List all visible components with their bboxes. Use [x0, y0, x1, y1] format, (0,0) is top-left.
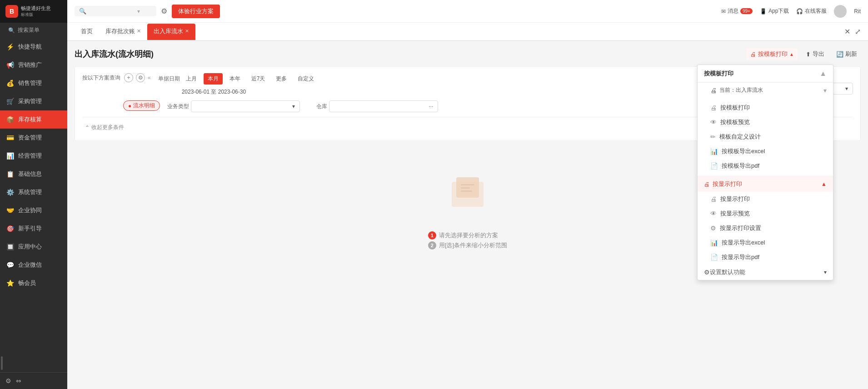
date-btn-last-month[interactable]: 上月 [182, 73, 201, 85]
sidebar-item-member[interactable]: ⭐ 畅会员 [0, 274, 67, 292]
sidebar-bottom: ⚙ ⇔ [0, 372, 67, 389]
date-btn-this-month[interactable]: 本月 [204, 73, 223, 85]
display-section-chevron[interactable]: ▲ [821, 181, 827, 187]
date-filter: 上月 本月 本年 近7天 更多 自定义 [182, 73, 319, 85]
tab-home[interactable]: 首页 [75, 24, 99, 40]
filter-section-label: 按以下方案查询 [82, 74, 120, 82]
operation-icon: 📊 [5, 151, 15, 160]
collapse-up-icon: ⌃ [85, 125, 90, 131]
tab-flow-close-icon[interactable]: ✕ [185, 28, 189, 34]
date-btn-more[interactable]: 更多 [272, 73, 291, 85]
sidebar-item-operation[interactable]: 📊 经营管理 [0, 147, 67, 165]
date-btn-custom[interactable]: 自定义 [294, 73, 318, 85]
sidebar-item-label: 企业协同 [18, 206, 42, 214]
message-icon: ✉ [721, 8, 726, 15]
display-preview-icon: 👁 [710, 210, 717, 217]
close-all-icon[interactable]: ✕ [844, 27, 850, 36]
app-download-button[interactable]: 📱 App下载 [760, 7, 789, 15]
template-excel-label: 按模板导出excel [722, 147, 765, 155]
sidebar-item-inventory[interactable]: 📦 库存核算 [0, 110, 67, 129]
template-pdf-icon: 📄 [710, 162, 718, 170]
date-btn-this-year[interactable]: 本年 [225, 73, 244, 85]
topbar-gear-icon[interactable]: ⚙ [161, 7, 167, 15]
dropdown-footer[interactable]: ⚙ 设置默认功能 ▾ [698, 264, 833, 280]
sidebar-item-enterprise[interactable]: 🤝 企业协同 [0, 201, 67, 219]
dropdown-item-display-print[interactable]: 🖨 按显示打印 [698, 192, 833, 206]
refresh-button[interactable]: 🔄 刷新 [833, 48, 861, 60]
topbar-search-input[interactable] [89, 8, 135, 15]
display-section-header[interactable]: 🖨 按显示打印 ▲ [698, 176, 833, 192]
sidebar-item-marketing[interactable]: 📢 营销推广 [0, 56, 67, 74]
current-chevron[interactable]: ▾ [823, 87, 827, 94]
dropdown-item-display-excel[interactable]: 📊 按显示导出excel [698, 235, 833, 250]
template-preview-icon: 👁 [710, 119, 717, 126]
sidebar-item-label: 快捷导航 [18, 43, 42, 51]
print-template-button[interactable]: 🖨 按模板打印 ▲ [747, 48, 798, 60]
dropdown-collapse-icon[interactable]: ▲ [819, 70, 827, 78]
business-type-select[interactable]: ▾ [191, 100, 300, 112]
tab-batch-close-icon[interactable]: ✕ [137, 28, 141, 34]
filter-tag-detail[interactable]: ● 流水明细 [123, 100, 160, 111]
tip-item-2: 2 用[选]条件来缩小分析范围 [428, 241, 507, 249]
add-filter-icon[interactable]: + [124, 73, 133, 82]
warehouse-more-icon: ··· [429, 103, 433, 110]
dropdown-item-display-settings[interactable]: ⚙ 按显示打印设置 [698, 221, 833, 235]
expand-icon[interactable]: ⤢ [855, 27, 861, 36]
filter-tags-container: ● 流水明细 [123, 100, 160, 111]
dropdown-item-display-pdf[interactable]: 📄 按显示导出pdf [698, 250, 833, 264]
sidebar-item-wechat[interactable]: 💬 企业微信 [0, 256, 67, 274]
message-button[interactable]: ✉ 消息 99+ [721, 7, 753, 15]
refresh-icon: 🔄 [836, 51, 843, 58]
settings-icon[interactable]: ⚙ [5, 377, 11, 384]
online-service-button[interactable]: 🎧 在线客服 [796, 7, 827, 15]
sidebar-item-label: 企业微信 [18, 261, 42, 269]
sidebar-item-system[interactable]: ⚙️ 系统管理 [0, 183, 67, 201]
settings-filter-icon[interactable]: ⚙ [136, 73, 145, 82]
date-btn-7days[interactable]: 近7天 [247, 73, 269, 85]
dropdown-item-template-custom[interactable]: ✏ 模板自定义设计 [698, 130, 833, 144]
warehouse-select[interactable]: ··· [329, 100, 438, 112]
set-default-label: 设置默认功能 [710, 268, 745, 276]
export-button[interactable]: ⬆ 导出 [802, 48, 828, 60]
sidebar-item-quick-nav[interactable]: ⚡ 快捷导航 [0, 38, 67, 56]
display-excel-label: 按显示导出excel [722, 239, 765, 247]
display-settings-icon: ⚙ [710, 224, 716, 232]
sidebar-item-purchase[interactable]: 🛒 采购管理 [0, 92, 67, 110]
sidebar-item-label: 畅会员 [18, 279, 36, 287]
sidebar-item-sales[interactable]: 💰 销售管理 [0, 74, 67, 92]
sidebar-item-basic[interactable]: 📋 基础信息 [0, 165, 67, 183]
template-custom-icon: ✏ [710, 133, 716, 140]
dropdown-item-template-preview[interactable]: 👁 按模板预览 [698, 115, 833, 130]
dropdown-header: 按模板打印 ▲ [698, 65, 833, 83]
print-template-label: 按模板打印 [758, 50, 788, 58]
print-dropdown-chevron[interactable]: ▲ [789, 52, 794, 57]
sidebar-item-guide[interactable]: 🎯 新手引导 [0, 219, 67, 238]
tab-flow[interactable]: 出入库流水 ✕ [147, 24, 195, 40]
sidebar-item-app-center[interactable]: 🔲 应用中心 [0, 238, 67, 256]
user-avatar[interactable] [834, 5, 847, 18]
dropdown-item-display-preview[interactable]: 👁 按显示预览 [698, 206, 833, 221]
topbar-search-box[interactable]: 🔍 ▾ [75, 6, 156, 16]
collapse-icon[interactable]: ⇔ [16, 377, 21, 384]
topbar-search-dropdown-icon[interactable]: ▾ [137, 8, 140, 15]
business-type-container: 业务类型 ▾ [167, 100, 300, 112]
sidebar-item-finance[interactable]: 💳 资金管理 [0, 129, 67, 147]
dropdown-item-template-print[interactable]: 🖨 按模板打印 [698, 100, 833, 115]
trial-button[interactable]: 体验行业方案 [172, 5, 220, 18]
quick-nav-icon: ⚡ [5, 42, 15, 51]
empty-illustration [445, 168, 490, 222]
page-title: 出入库流水(流水明细) [75, 49, 154, 60]
guide-icon: 🎯 [5, 224, 15, 233]
sidebar-item-label: 库存核算 [18, 115, 42, 124]
dropdown-item-template-excel[interactable]: 📊 按模板导出excel [698, 144, 833, 159]
collapse-filter-icon[interactable]: « [148, 75, 151, 81]
sidebar-search[interactable]: 🔍 搜索菜单 [0, 23, 67, 38]
dropdown-item-template-pdf[interactable]: 📄 按模板导出pdf [698, 159, 833, 173]
export-icon: ⬆ [806, 51, 811, 58]
message-badge: 99+ [740, 8, 753, 14]
tab-batch[interactable]: 库存批次账 ✕ [99, 24, 147, 40]
page-header: 出入库流水(流水明细) 🖨 按模板打印 ▲ ⬆ 导出 🔄 刷新 [75, 48, 861, 60]
footer-chevron[interactable]: ▾ [824, 269, 827, 275]
tip-num-2: 2 [428, 241, 436, 249]
sidebar-item-label: 新手引导 [18, 224, 42, 233]
